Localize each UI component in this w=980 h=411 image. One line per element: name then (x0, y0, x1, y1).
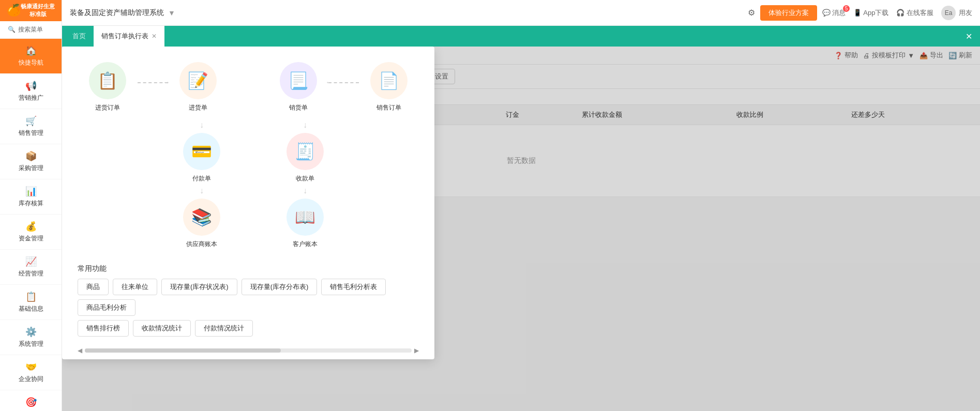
sale-order-icon: 📄 (379, 71, 399, 90)
arrow-down-receipt: ↓ (303, 183, 307, 199)
purchase-bill-circle: 📝 (179, 62, 217, 99)
topbar-right: 💬 5 消息 📱 App下载 🎧 在线客服 Ea 用友 (822, 6, 972, 20)
sidebar-item-guide[interactable]: 🎯 新手引导 (0, 390, 62, 411)
guide-icon: 🎯 (25, 397, 37, 408)
sale-bill-icon: 📃 (288, 71, 309, 90)
func-btn-sales-rank[interactable]: 销售排行榜 (78, 320, 129, 337)
sidebar-item-operation[interactable]: 📈 经营管理 (0, 250, 62, 285)
experience-btn[interactable]: 体验行业方案 (760, 5, 817, 21)
arrow-down-sale-bill: ↓ (303, 117, 307, 133)
sale-order-label: 销售订单 (376, 103, 401, 112)
common-func-title: 常用功能 (78, 264, 419, 273)
func-btn-stock-status[interactable]: 现存量(库存状况表) (161, 279, 237, 295)
dropdown-arrow-icon[interactable]: ▼ (168, 9, 175, 17)
scroll-track[interactable] (85, 348, 412, 353)
purchase-bill-icon: 📝 (188, 71, 208, 90)
scroll-thumb (85, 348, 281, 353)
sidebar-item-quick-nav[interactable]: 🏠 快捷导航 (0, 39, 62, 74)
message-badge[interactable]: 💬 5 消息 (822, 8, 846, 18)
purchase-bill-label: 进货单 (189, 103, 207, 112)
payment-icon: 💳 (191, 142, 212, 161)
customer-label: 客户账本 (293, 240, 318, 249)
flow-row-1: 📋 进货订单 📝 进货单 (78, 62, 419, 112)
tab-home[interactable]: 首页 (65, 26, 94, 47)
main-area: 装备及固定资产辅助管理系统 ▼ ⚙ 体验行业方案 💬 5 消息 📱 App下载 … (62, 0, 980, 411)
scroll-left-btn[interactable]: ◀ (78, 347, 82, 354)
receipt-circle: 🧾 (287, 133, 324, 170)
flow-diagram: 📋 进货订单 📝 进货单 (62, 47, 434, 259)
purchase-order-circle: 📋 (89, 62, 126, 99)
purchase-order-label: 进货订单 (95, 103, 120, 112)
func-btn-sales-profit[interactable]: 销售毛利分析表 (321, 279, 386, 295)
purchase-order-icon: 📋 (97, 71, 118, 90)
home-icon: 🏠 (25, 45, 37, 56)
sidebar-item-basic[interactable]: 📋 基础信息 (0, 285, 62, 320)
func-btn-receipt-stats[interactable]: 收款情况统计 (133, 320, 191, 337)
overlay[interactable]: 📋 进货订单 📝 进货单 (62, 47, 980, 411)
online-service-link[interactable]: 🎧 在线客服 (896, 8, 933, 18)
sidebar: 🍊 畅康通好生意 标准版 🔍 搜索菜单 🏠 快捷导航 📢 营销推广 🛒 销售管理… (0, 0, 62, 411)
sale-bill-down: ↓ 🧾 收款单 ↓ (274, 117, 336, 249)
basic-icon: 📋 (25, 291, 37, 302)
sale-bill-label: 销货单 (289, 103, 308, 112)
payment-label: 付款单 (192, 174, 211, 183)
sidebar-item-sales[interactable]: 🛒 销售管理 (0, 109, 62, 144)
tab-close-icon[interactable]: ✕ (152, 33, 157, 40)
flow-row-2: ↓ 💳 付款单 ↓ (78, 117, 419, 249)
download-icon: 📱 (853, 9, 862, 17)
operation-icon: 📈 (25, 256, 37, 267)
gear-icon[interactable]: ⚙ (748, 8, 755, 18)
purchase-icon: 📦 (25, 150, 37, 162)
topbar: 装备及固定资产辅助管理系统 ▼ ⚙ 体验行业方案 💬 5 消息 📱 App下载 … (62, 0, 980, 26)
arrow-down-purchase: ↓ (200, 117, 204, 133)
flow-node-sale-order[interactable]: 📄 销售订单 (359, 62, 419, 112)
arrow-sale-order-to-bill (328, 82, 358, 83)
scroll-right-btn[interactable]: ▶ (414, 347, 419, 354)
sidebar-item-inventory[interactable]: 📊 库存核算 (0, 179, 62, 215)
supplier-circle: 📚 (183, 199, 220, 236)
flow-node-purchase-bill[interactable]: 📝 进货单 (168, 62, 228, 112)
tab-sales-order-exec[interactable]: 销售订单执行表 ✕ (94, 26, 164, 47)
arrow-down-payment: ↓ (200, 183, 204, 199)
flow-node-payment[interactable]: 💳 付款单 (171, 133, 233, 183)
modal-dialog: 📋 进货订单 📝 进货单 (62, 47, 434, 359)
sale-order-circle: 📄 (370, 62, 408, 99)
tabbar-close-btn[interactable]: ✕ (960, 32, 977, 41)
sidebar-item-enterprise[interactable]: 🤝 企业协同 (0, 355, 62, 390)
tabbar: 首页 销售订单执行表 ✕ ✕ (62, 26, 980, 47)
sidebar-item-marketing[interactable]: 📢 营销推广 (0, 74, 62, 109)
app-download-link[interactable]: 📱 App下载 (853, 8, 888, 18)
message-icon: 💬 (822, 9, 831, 17)
sidebar-item-purchase[interactable]: 📦 采购管理 (0, 144, 62, 179)
flow-node-purchase-order[interactable]: 📋 进货订单 (78, 62, 138, 112)
flow-node-customer[interactable]: 📖 客户账本 (274, 199, 336, 249)
func-btn-payment-stats[interactable]: 付款情况统计 (195, 320, 253, 337)
system-icon: ⚙️ (25, 326, 37, 338)
func-btn-stock-dist[interactable]: 现存量(库存分布表) (242, 279, 318, 295)
user-info[interactable]: Ea 用友 (941, 6, 972, 20)
topbar-title: 装备及固定资产辅助管理系统 ▼ (70, 8, 743, 18)
flow-node-receipt[interactable]: 🧾 收款单 (274, 133, 336, 183)
func-btn-product-profit[interactable]: 商品毛利分析 (78, 299, 135, 316)
avatar: Ea (941, 6, 956, 20)
flow-node-supplier[interactable]: 📚 供应商账本 (171, 199, 233, 249)
supplier-label: 供应商账本 (186, 240, 217, 249)
sidebar-item-system[interactable]: ⚙️ 系统管理 (0, 320, 62, 355)
func-buttons-2: 销售排行榜 收款情况统计 付款情况统计 (78, 320, 419, 337)
customer-circle: 📖 (287, 199, 324, 236)
flow-node-sale-bill[interactable]: 📃 销货单 (268, 62, 328, 112)
content-area: ❓ 帮助 🖨 按模板打印 ▼ 📤 导出 🔄 刷新 📅 — 📅 (62, 47, 980, 411)
app-logo: 🍊 畅康通好生意 标准版 (0, 0, 62, 21)
func-btn-product[interactable]: 商品 (78, 279, 109, 295)
common-functions: 常用功能 商品 往来单位 现存量(库存状况表) 现存量(库存分布表) 销售毛利分… (62, 259, 434, 347)
sidebar-item-finance[interactable]: 💰 资金管理 (0, 215, 62, 250)
receipt-icon: 🧾 (295, 142, 315, 161)
marketing-icon: 📢 (25, 80, 37, 92)
modal-scrollbar: ◀ ▶ (62, 347, 434, 359)
arrow-purchase-order-to-bill (138, 82, 168, 83)
sale-bill-circle: 📃 (280, 62, 317, 99)
func-buttons: 商品 往来单位 现存量(库存状况表) 现存量(库存分布表) 销售毛利分析表 商品… (78, 279, 419, 316)
sidebar-search[interactable]: 🔍 搜索菜单 (0, 21, 62, 39)
func-btn-partner[interactable]: 往来单位 (113, 279, 157, 295)
purchase-bill-down: ↓ 💳 付款单 ↓ (171, 117, 233, 249)
